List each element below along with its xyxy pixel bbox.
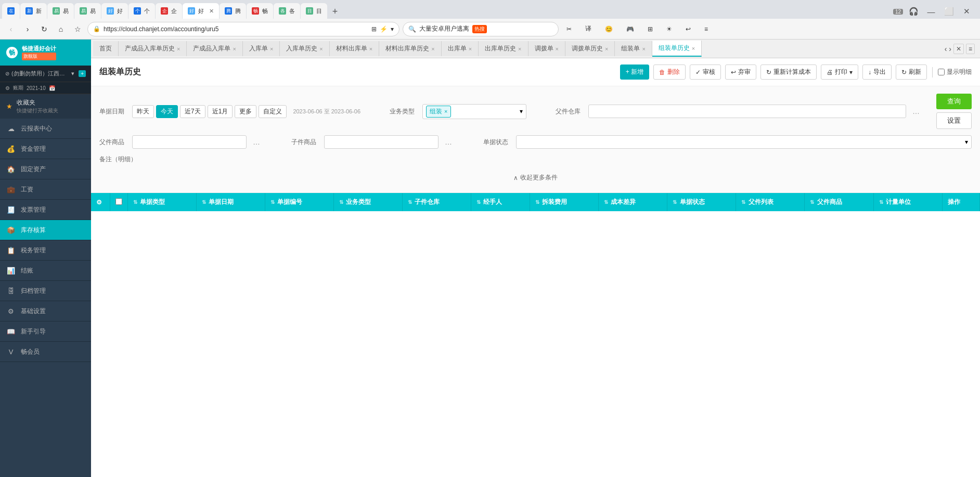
search-bar[interactable]: 🔍 大量安卓用户逃离 热搜 [403,22,559,36]
sidebar-item-tax[interactable]: 📋 税务管理 [0,240,91,261]
parent-warehouse-input[interactable] [588,105,906,118]
undo-btn[interactable]: ↩ [681,24,695,34]
qr-icon[interactable]: ⊞ [371,25,377,33]
col-parent-list[interactable]: ⇅ 父件列表 [736,193,805,211]
bookmark-section[interactable]: ★ 收藏夹 快捷键打开收藏夹 [0,94,91,119]
tab-item-9[interactable]: 畅 畅 [247,3,273,19]
sidebar-item-settings[interactable]: ⚙ 基础设置 [0,301,91,321]
refresh-button[interactable]: ↻ 刷新 [896,65,927,80]
audit-button[interactable]: ✓ 审核 [690,65,721,80]
sidebar-item-inventory[interactable]: 📦 库存核算 [0,220,91,240]
translate-btn[interactable]: 译 [581,23,596,35]
grid-btn[interactable]: ⊞ [643,24,657,34]
tab-item-3[interactable]: 易 易 [74,3,101,19]
col-assembly-fee[interactable]: ⇅ 拆装费用 [530,193,598,211]
add-button[interactable]: + 新增 [620,65,649,80]
export-button[interactable]: ↓ 导出 [862,65,892,80]
show-detail-checkbox[interactable] [938,69,945,75]
sidebar-item-funds[interactable]: 💰 资金管理 [0,139,91,159]
game-btn[interactable]: 🎮 [622,24,639,34]
scroll-right-icon[interactable]: › [949,45,951,53]
page-tab-moh-close[interactable]: × [431,46,434,52]
page-tab-transfer[interactable]: 调拨单 × [528,41,565,56]
page-tab-fgh-close[interactable]: × [177,46,180,52]
date-btn-7days[interactable]: 近7天 [180,105,205,118]
sidebar-item-cloud-reports[interactable]: ☁ 云报表中心 [0,119,91,139]
page-tab-home[interactable]: 首页 [93,41,119,56]
page-tab-th-close[interactable]: × [605,46,608,52]
tab-item-0[interactable]: 在 [2,3,20,19]
sidebar-item-fixed-assets[interactable]: 🏠 固定资产 [0,159,91,179]
tab-item-7[interactable]: 好 好 ✕ [183,3,219,19]
col-business-type[interactable]: ⇅ 业务类型 [333,193,402,211]
collapse-button[interactable]: ∧ 收起更多条件 [510,170,561,185]
recalculate-button[interactable]: ↻ 重新计算成本 [760,65,817,80]
page-tab-wi-close[interactable]: × [270,46,273,52]
col-voucher-status[interactable]: ⇅ 单据状态 [667,193,736,211]
sun-btn[interactable]: ☀ [662,24,677,34]
calendar-icon[interactable]: 📅 [49,85,55,91]
menu-btn[interactable]: ≡ [700,24,713,34]
date-btn-1month[interactable]: 近1月 [208,105,233,118]
page-tab-warehouse-in-history[interactable]: 入库单历史 × [280,41,329,56]
minimize-button[interactable]: — [924,4,938,19]
date-btn-custom[interactable]: 自定义 [259,105,287,118]
new-tab-button[interactable]: + [328,4,342,19]
page-tab-transfer-close[interactable]: × [556,46,559,52]
tab-item-5[interactable]: 个 个 [128,3,155,19]
tab-item-2[interactable]: 易 易 [47,3,74,19]
page-tab-warehouse-out[interactable]: 出库单 × [442,41,479,56]
page-tab-ah-close[interactable]: × [692,45,695,51]
company-selector[interactable]: ⊘ (勿删勿禁用）江西服宝测试专用 ▾ + [0,66,91,82]
child-goods-input[interactable] [324,135,439,149]
maximize-button[interactable]: ⬜ [942,4,956,19]
select-all-checkbox[interactable] [115,198,122,205]
sidebar-item-accounting[interactable]: 📊 结账 [0,261,91,281]
filter-settings-button[interactable]: 设置 [936,112,972,129]
page-tab-wo-close[interactable]: × [469,46,472,52]
col-voucher-no[interactable]: ⇅ 单据编号 [265,193,333,211]
date-btn-today[interactable]: 今天 [156,105,178,118]
tab-item-8[interactable]: 腾 腾 [220,3,246,19]
bookmark-button[interactable]: ☆ [71,22,84,36]
page-tab-fg-close[interactable]: × [233,46,236,52]
page-tab-woh-close[interactable]: × [518,46,521,52]
col-parent-goods[interactable]: ⇅ 父件商品 [805,193,873,211]
close-button[interactable]: ✕ [959,4,974,19]
print-dropdown-icon[interactable]: ▾ [849,69,853,76]
address-bar[interactable]: 🔒 https://cloud.chanjet.com/accounting/u… [87,22,399,36]
page-tab-assemble-close[interactable]: × [642,46,645,52]
settings-icon[interactable]: ⚙ [5,85,10,91]
scroll-left-icon[interactable]: ‹ [945,45,947,53]
tab-item-1[interactable]: 新 新 [20,3,47,19]
sidebar-item-archive[interactable]: 🗄 归档管理 [0,281,91,301]
business-type-remove[interactable]: × [444,108,447,114]
col-handler[interactable]: ⇅ 经手人 [471,193,530,211]
page-tab-transfer-history[interactable]: 调拨单历史 × [565,41,615,56]
parent-goods-input[interactable] [132,135,247,149]
page-tab-warehouse-out-history[interactable]: 出库单历史 × [479,41,528,56]
page-tab-finished-goods[interactable]: 产成品入库单 × [187,41,242,56]
back-button[interactable]: ‹ [4,22,18,36]
col-voucher-type[interactable]: ⇅ 单据类型 [127,193,196,211]
sidebar-item-invoices[interactable]: 🧾 发票管理 [0,200,91,220]
close-all-button[interactable]: ✕ [953,44,964,54]
tab-item-6[interactable]: 企 企 [156,3,182,19]
parent-goods-ellipsis[interactable]: … [251,138,262,146]
delete-button[interactable]: 🗑 删除 [653,65,686,80]
page-tab-mo-close[interactable]: × [369,46,372,52]
child-goods-ellipsis[interactable]: … [443,138,454,146]
scissors-btn[interactable]: ✂ [562,24,576,34]
sidebar-item-vip[interactable]: V 畅会员 [0,342,91,362]
forward-button[interactable]: › [21,22,34,36]
col-cost-diff[interactable]: ⇅ 成本差异 [599,193,667,211]
col-checkbox[interactable] [110,193,127,211]
date-btn-more[interactable]: 更多 [235,105,256,118]
page-tab-material-out-history[interactable]: 材料出库单历史 × [379,41,441,56]
col-child-warehouse[interactable]: ⇅ 子件仓库 [403,193,471,211]
tab-item-10[interactable]: 各 各 [274,3,300,19]
settings-col-icon[interactable]: ⚙ [96,199,102,206]
emoji-btn[interactable]: 😊 [600,24,617,34]
query-button[interactable]: 查询 [936,94,972,109]
date-btn-yesterday[interactable]: 昨天 [132,105,154,118]
